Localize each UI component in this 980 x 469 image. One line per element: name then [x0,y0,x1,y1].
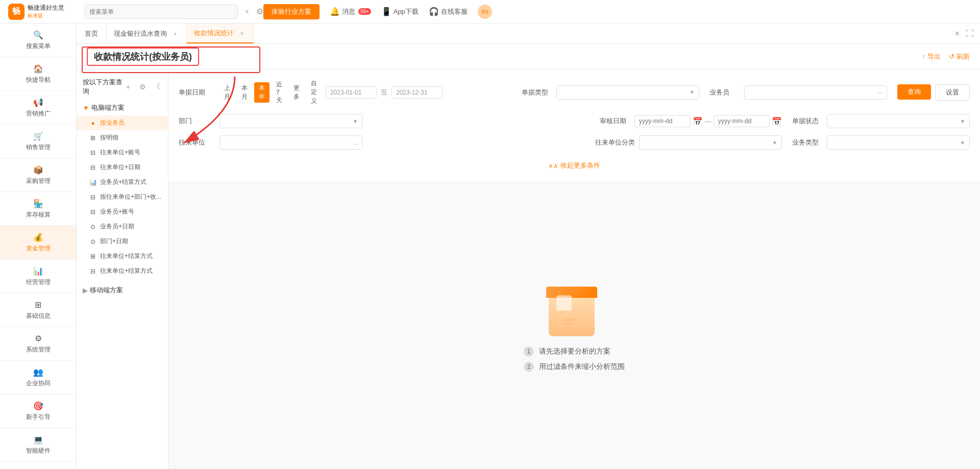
refresh-button[interactable]: ↺ 刷新 [949,52,970,61]
step-num-2: 2 [524,362,534,372]
tab-close-bank-flow[interactable]: × [171,30,179,38]
tree-item-label-2: 往来单位+账号 [100,148,140,157]
sidebar-item-quicknav[interactable]: 🏠 快捷导航 [0,57,76,91]
date-tabs: 上月 本月 本年 近7天 更多 自定义 [219,78,322,107]
settings-button[interactable]: 设置 [935,84,970,101]
collapse-filter-btn[interactable]: ∧∧ 收起更多条件 [179,157,970,174]
tree-item-3[interactable]: ⊟ 往来单位+日期 [77,160,168,175]
tab-close-collection-stats[interactable]: × [238,29,246,37]
tab-home[interactable]: 首页 [77,24,107,43]
sidebar-item-management[interactable]: 📊 经营管理 [0,260,76,293]
online-support-btn[interactable]: 🎧 在线客服 [429,7,468,16]
top-search-dropdown[interactable]: ▼ [244,8,250,15]
export-button[interactable]: ↑ 导出 [922,52,941,61]
sidebar-label-search: 搜索菜单 [26,42,51,51]
date-from-input[interactable] [326,86,377,99]
main-layout: 🔍 搜索菜单 🏠 快捷导航 📢 营销推广 🛒 销售管理 📦 采购管理 🏪 库存核… [0,24,980,469]
review-date-from[interactable] [634,115,691,127]
sidebar-label-system: 系统管理 [26,345,51,354]
tab-bar-expand-icon[interactable]: ⛶ [966,29,974,38]
tree-item-9[interactable]: ⊞ 往来单位+结算方式 [77,249,168,264]
user-name: Rit [481,9,488,15]
tree-item-icon-9: ⊞ [89,252,97,261]
sidebar-item-collab[interactable]: 👥 企业协同 [0,361,76,394]
notification-btn[interactable]: 🔔 消息 99+ [330,7,371,16]
date-tab-custom[interactable]: 自定义 [306,78,322,107]
sidebar-item-wechat[interactable]: 💬 企业微信 [0,462,76,469]
partner-select[interactable]: ... [219,135,362,150]
search-icon: 🔍 [33,30,43,40]
tab-bar-close-icon[interactable]: × [955,29,960,38]
home-icon: 🏠 [33,63,43,74]
date-tab-more[interactable]: 更多 [289,82,304,103]
guide-icon: 🎯 [33,401,43,411]
date-tab-last-month[interactable]: 上月 [219,82,235,103]
date-to-input[interactable] [391,86,443,99]
tree-item-label-1: 按明细 [100,133,118,142]
tree-item-0[interactable]: ● 按业务员 [77,115,168,130]
biz-type-select[interactable]: ▼ [827,135,970,150]
content-area: 首页 现金银行流水查询 × 收款情况统计 × × ⛶ 收款情况统计(按业务员) [77,24,980,469]
calendar-icon-from[interactable]: 📅 [693,116,703,126]
sidebar-item-inventory[interactable]: 🏪 库存核算 [0,192,76,226]
collab-icon: 👥 [33,367,43,377]
app-download-label: App下载 [394,7,419,16]
sidebar-item-finance[interactable]: 💰 资金管理 [0,226,76,260]
collapse-panel-btn[interactable]: 《 [152,82,162,92]
dept-select[interactable]: ▼ [219,114,362,128]
tree-item-5[interactable]: ⊟ 按往来单位+部门+收... [77,190,168,204]
sidebar-item-marketing[interactable]: 📢 营销推广 [0,91,76,125]
sidebar-item-purchase[interactable]: 📦 采购管理 [0,158,76,192]
logo-icon: 畅 [8,4,24,20]
tree-item-6[interactable]: ⊟ 业务员+账号 [77,204,168,219]
left-panel: 按以下方案查询 + ⚙ 《 ▼ [77,69,168,469]
doc-type-select[interactable]: ▼ [556,85,699,100]
tree-section-mobile[interactable]: ▶ 移动端方案 [77,283,168,298]
salesman-select[interactable]: ··· [744,85,887,100]
empty-box-line1 [564,319,574,321]
system-icon: ⚙ [33,333,43,343]
tab-collection-stats[interactable]: 收款情况统计 × [187,24,254,43]
review-date-label: 审核日期 [600,116,630,126]
app-download-btn[interactable]: 📱 App下载 [381,7,419,16]
trial-button[interactable]: 体验行业方案 [263,4,320,19]
date-tab-7days[interactable]: 近7天 [272,79,287,106]
scheme-settings-btn[interactable]: ⚙ [137,82,148,92]
review-date-to[interactable] [714,115,770,127]
calendar-icon-to[interactable]: 📅 [772,116,782,126]
tree-item-8[interactable]: ⊙ 部门+日期 [77,234,168,249]
tree-item-1[interactable]: ⊞ 按明细 [77,130,168,145]
sidebar-item-sales[interactable]: 🛒 销售管理 [0,125,76,158]
tree-item-7[interactable]: ⊙ 业务员+日期 [77,219,168,234]
inventory-icon: 🏪 [33,198,43,208]
sidebar-label-basic-info: 基础信息 [26,312,51,320]
tree-item-label-9: 往来单位+结算方式 [100,252,153,261]
settings-icon-btn[interactable]: ⚙ [256,7,263,16]
empty-step-2: 2 用过滤条件来缩小分析范围 [524,362,625,372]
panel-title: 按以下方案查询 [83,78,123,96]
top-right-icons: 🔔 消息 99+ 📱 App下载 🎧 在线客服 Rit [330,5,492,19]
add-scheme-btn[interactable]: + [123,82,133,92]
tree-section-desktop[interactable]: ▼ 电脑端方案 [77,100,168,115]
doc-status-select[interactable]: ▼ [827,114,970,128]
sidebar-label-sales: 销售管理 [26,143,51,152]
sidebar-item-system[interactable]: ⚙ 系统管理 [0,327,76,361]
sidebar-item-guide[interactable]: 🎯 新手引导 [0,394,76,428]
partner-category-select[interactable]: ▼ [639,135,782,150]
date-divider: 至 [381,88,387,97]
date-tab-this-year[interactable]: 本年 [254,82,270,103]
sidebar-item-search[interactable]: 🔍 搜索菜单 [0,24,76,57]
content-body: 按以下方案查询 + ⚙ 《 ▼ [77,69,980,469]
sidebar-item-basic-info[interactable]: ⊞ 基础信息 [0,293,76,327]
top-search-input[interactable] [85,5,238,19]
date-tab-this-month[interactable]: 本月 [237,82,252,103]
tab-bank-flow[interactable]: 现金银行流水查询 × [107,24,187,43]
sidebar-item-hardware[interactable]: 💻 智能硬件 [0,428,76,462]
tab-bar-actions: × ⛶ [949,29,980,38]
tree-item-icon-4: 📊 [89,178,97,186]
user-avatar[interactable]: Rit [478,5,492,19]
tree-item-2[interactable]: ⊟ 往来单位+账号 [77,145,168,160]
tree-item-4[interactable]: 📊 业务员+结算方式 [77,175,168,190]
query-button[interactable]: 查询 [897,84,931,100]
tree-item-10[interactable]: ⊟ 往来单位+结算方式 [77,264,168,278]
